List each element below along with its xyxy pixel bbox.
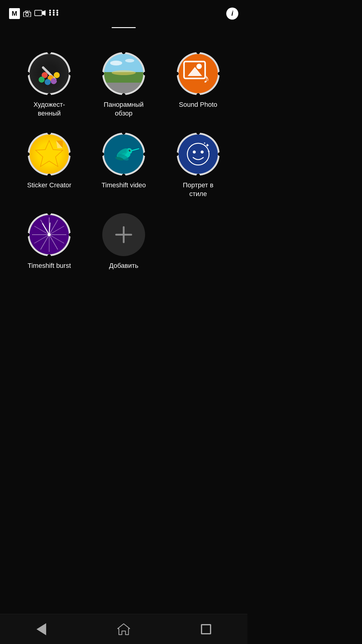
svg-point-6: [49, 10, 51, 11]
svg-point-22: [54, 72, 60, 78]
svg-rect-26: [104, 83, 143, 93]
m-icon: M: [9, 8, 20, 19]
svg-point-9: [49, 12, 51, 14]
svg-point-28: [110, 61, 122, 65]
svg-point-14: [56, 14, 58, 16]
nav-back-button[interactable]: [32, 620, 50, 638]
app-item-timeshift-video[interactable]: Timeshift video: [87, 127, 161, 204]
info-icon[interactable]: i: [226, 8, 238, 20]
svg-text:✦: ✦: [203, 141, 206, 145]
app-item-portrait[interactable]: ✦ ✦ ✦ Портрет встиле: [161, 127, 235, 204]
svg-point-11: [56, 12, 58, 14]
svg-rect-4: [35, 10, 42, 16]
svg-point-45: [129, 150, 131, 151]
app-item-panorama[interactable]: Панорамныйобзор: [87, 46, 161, 124]
home-icon: [117, 623, 130, 636]
app-item-sound-photo[interactable]: ♪ Sound Photo: [161, 46, 235, 124]
svg-point-46: [130, 150, 130, 151]
bottom-nav: [0, 614, 247, 644]
app-icon-add: [102, 213, 145, 256]
app-icon-panorama: [102, 52, 145, 95]
svg-point-19: [39, 77, 45, 83]
app-label-portrait: Портрет встиле: [183, 181, 214, 198]
svg-rect-3: [25, 11, 28, 12]
recents-icon: [201, 624, 211, 634]
svg-point-29: [125, 59, 134, 62]
svg-text:✦: ✦: [205, 142, 210, 148]
nav-home-button[interactable]: [115, 620, 133, 638]
app-grid: Художест-венный: [0, 28, 247, 288]
back-icon: [37, 623, 46, 635]
top-bar: M +: [0, 0, 247, 27]
svg-point-50: [193, 151, 196, 154]
svg-point-32: [196, 64, 202, 69]
app-label-sticker-creator: Sticker Creator: [27, 181, 71, 190]
tab-indicator: [0, 27, 247, 28]
app-label-timeshift-burst: Timeshift burst: [28, 262, 71, 270]
svg-point-10: [53, 12, 55, 14]
app-item-artistic[interactable]: Художест-венный: [12, 46, 87, 124]
camera-plus-icon[interactable]: +: [23, 10, 31, 17]
svg-marker-74: [118, 624, 130, 635]
app-label-add: Добавить: [109, 262, 138, 270]
app-item-add[interactable]: Добавить: [87, 207, 161, 276]
svg-point-8: [56, 10, 58, 11]
app-icon-artistic: [28, 52, 71, 95]
app-label-sound-photo: Sound Photo: [179, 100, 217, 109]
svg-text:✦: ✦: [207, 149, 210, 154]
app-icon-sound-photo: ♪: [177, 52, 220, 95]
app-label-panorama: Панорамныйобзор: [104, 100, 144, 118]
svg-point-20: [45, 79, 51, 85]
top-bar-left: M +: [9, 8, 59, 19]
app-item-timeshift-burst[interactable]: Timeshift burst: [12, 207, 87, 276]
svg-point-7: [53, 10, 55, 11]
app-label-artistic: Художест-венный: [33, 100, 65, 118]
app-item-sticker-creator[interactable]: Sticker Creator: [12, 127, 87, 204]
nav-recents-button[interactable]: [197, 620, 215, 638]
svg-text:+: +: [28, 10, 30, 12]
svg-text:♪: ♪: [203, 72, 209, 85]
svg-point-1: [26, 13, 29, 16]
app-icon-sticker-creator: [28, 133, 71, 176]
svg-point-71: [48, 233, 51, 236]
svg-point-12: [49, 14, 51, 16]
app-icon-timeshift-burst: [28, 213, 71, 256]
app-icon-timeshift-video: [102, 133, 145, 176]
svg-point-27: [112, 70, 136, 75]
app-icon-portrait: ✦ ✦ ✦: [177, 133, 220, 176]
svg-rect-48: [179, 135, 218, 174]
svg-point-13: [53, 14, 55, 16]
app-label-timeshift-video: Timeshift video: [101, 181, 146, 190]
svg-marker-5: [42, 10, 46, 16]
svg-rect-24: [104, 54, 143, 72]
svg-point-21: [51, 78, 57, 84]
grid-icon[interactable]: [49, 9, 59, 18]
video-icon[interactable]: [34, 9, 46, 18]
svg-point-51: [201, 151, 204, 154]
